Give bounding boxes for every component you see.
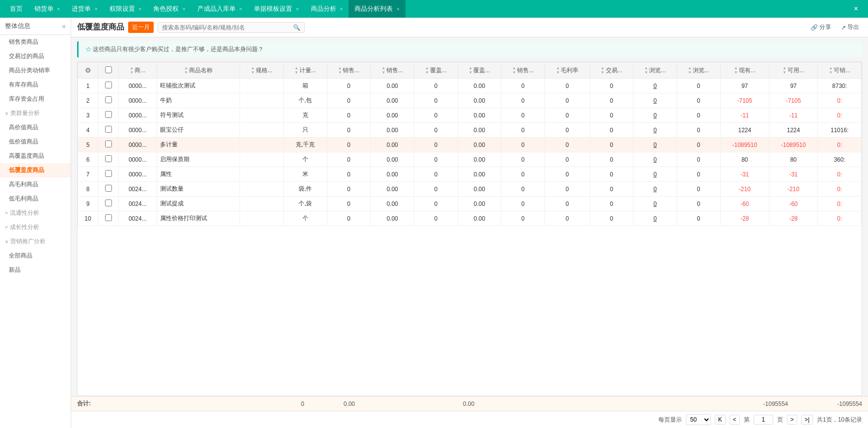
sort-arrows-icon[interactable]: ▲▼ xyxy=(184,66,188,75)
col-header-available_stock[interactable]: ▲▼可用... xyxy=(769,62,817,79)
first-page-btn[interactable]: K xyxy=(715,415,726,425)
sidebar-item-低毛利商品[interactable]: 低毛利商品 xyxy=(0,192,71,206)
nav-close-icon[interactable]: × xyxy=(238,6,242,12)
row-checkbox[interactable] xyxy=(105,200,112,206)
row-checkbox[interactable] xyxy=(105,82,112,88)
nav-close-icon[interactable]: × xyxy=(55,6,60,12)
sidebar-item-高价值商品[interactable]: 高价值商品 xyxy=(0,120,71,135)
export-btn[interactable]: ↗ 导出 xyxy=(838,22,862,33)
sort-arrows-icon[interactable]: ▲▼ xyxy=(556,66,560,75)
sort-arrows-icon[interactable]: ▲▼ xyxy=(381,66,385,75)
nav-close-icon[interactable]: × xyxy=(294,6,298,12)
share-btn[interactable]: 🔗 分享 xyxy=(808,22,834,33)
col-header-coverage2[interactable]: ▲▼覆盖... xyxy=(458,62,501,79)
col-header-browse2[interactable]: ▲▼浏览... xyxy=(677,62,721,79)
nav-item-商品分析[interactable]: 商品分析 × xyxy=(305,0,349,18)
row-checkbox[interactable] xyxy=(105,141,112,147)
browse-link[interactable]: 0 xyxy=(653,97,657,104)
sort-arrows-icon[interactable]: ▲▼ xyxy=(468,66,472,75)
settings-icon[interactable]: ⚙ xyxy=(85,66,91,74)
nav-close-icon[interactable]: × xyxy=(395,6,399,12)
col-header-sales_qty[interactable]: ▲▼销售... xyxy=(327,62,371,79)
row-checkbox[interactable] xyxy=(105,170,112,177)
sidebar-item-库存资金占用[interactable]: 库存资金占用 xyxy=(0,92,71,106)
sort-arrows-icon[interactable]: ▲▼ xyxy=(425,66,429,75)
nav-item-首页[interactable]: 首页 xyxy=(4,0,28,18)
col-header-current_stock[interactable]: ▲▼现有... xyxy=(720,62,769,79)
sidebar-item-销售类商品[interactable]: 销售类商品 xyxy=(0,35,71,49)
sidebar-group-流通性分析[interactable]: >流通性分析 xyxy=(0,206,71,220)
row-checkbox[interactable] xyxy=(105,96,112,103)
next-page-btn[interactable]: > xyxy=(787,415,797,425)
sort-arrows-icon[interactable]: ▲▼ xyxy=(512,66,516,75)
sort-arrows-icon[interactable]: ▲▼ xyxy=(688,66,692,75)
search-icon[interactable]: 🔍 xyxy=(293,24,300,31)
sort-arrows-icon[interactable]: ▲▼ xyxy=(601,66,605,75)
nav-item-权限设置[interactable]: 权限设置 × xyxy=(104,0,147,18)
col-header-gross_margin[interactable]: ▲▼毛利率 xyxy=(544,62,590,79)
sort-arrows-icon[interactable]: ▲▼ xyxy=(829,66,833,75)
browse-link[interactable]: 0 xyxy=(653,83,657,89)
browse-link[interactable]: 0 xyxy=(653,200,657,207)
browse-link[interactable]: 0 xyxy=(653,142,657,148)
search-input[interactable] xyxy=(162,24,291,31)
select-all-checkbox[interactable] xyxy=(105,66,112,73)
browse-link[interactable]: 0 xyxy=(653,215,657,222)
nav-item-商品分析列表[interactable]: 商品分析列表 × xyxy=(349,0,405,18)
sidebar-item-交易过的商品[interactable]: 交易过的商品 xyxy=(0,49,71,63)
browse-link[interactable]: 0 xyxy=(653,156,657,163)
nav-close-icon[interactable]: × xyxy=(338,6,343,12)
col-header-browse1[interactable]: ▲▼浏览... xyxy=(633,62,677,79)
nav-close-icon[interactable]: × xyxy=(93,6,97,12)
nav-item-单据模板设置[interactable]: 单据模板设置 × xyxy=(248,0,304,18)
nav-item-角色授权[interactable]: 角色授权 × xyxy=(147,0,191,18)
row-checkbox[interactable] xyxy=(105,155,112,162)
col-header-sales3[interactable]: ▲▼销售... xyxy=(501,62,545,79)
col-header-saleable[interactable]: ▲▼可销... xyxy=(818,62,862,79)
sidebar-group-类群量分析[interactable]: ∨类群量分析 xyxy=(0,106,71,120)
page-size-select[interactable]: 2050100200 xyxy=(686,414,711,425)
col-header-unit[interactable]: ▲▼计量... xyxy=(283,62,327,79)
last-page-btn[interactable]: >| xyxy=(801,415,813,425)
time-filter-btn[interactable]: 近一月 xyxy=(128,22,154,33)
sidebar-item-新品[interactable]: 新品 xyxy=(0,263,71,277)
sidebar-collapse-btn[interactable]: « xyxy=(62,22,66,30)
nav-item-进货单[interactable]: 进货单 × xyxy=(66,0,103,18)
row-checkbox[interactable] xyxy=(105,214,112,221)
sidebar-item-全部商品[interactable]: 全部商品 xyxy=(0,249,71,263)
sort-arrows-icon[interactable]: ▲▼ xyxy=(644,66,648,75)
browse-link[interactable]: 0 xyxy=(653,186,657,193)
sidebar-group-营销推广分析[interactable]: ∨营销推广分析 xyxy=(0,234,71,249)
sidebar-group-成长性分析[interactable]: >成长性分析 xyxy=(0,220,71,234)
sort-arrows-icon[interactable]: ▲▼ xyxy=(295,66,298,75)
col-header-coverage1[interactable]: ▲▼覆盖... xyxy=(414,62,458,79)
sort-arrows-icon[interactable]: ▲▼ xyxy=(338,66,342,75)
page-input[interactable] xyxy=(754,415,773,425)
browse-link[interactable]: 0 xyxy=(653,127,657,134)
sort-arrows-icon[interactable]: ▲▼ xyxy=(783,66,787,75)
nav-item-销货单[interactable]: 销货单 × xyxy=(28,0,66,18)
window-close-btn[interactable]: × xyxy=(848,4,864,13)
sort-arrows-icon[interactable]: ▲▼ xyxy=(734,66,738,75)
browse-link[interactable]: 0 xyxy=(653,171,657,178)
col-header-sales_amount[interactable]: ▲▼销售... xyxy=(371,62,414,79)
sidebar-item-低价值商品[interactable]: 低价值商品 xyxy=(0,135,71,149)
row-checkbox[interactable] xyxy=(105,185,112,192)
col-header-name[interactable]: ▲▼商品名称 xyxy=(157,62,240,79)
col-header-transaction[interactable]: ▲▼交易... xyxy=(590,62,633,79)
row-checkbox[interactable] xyxy=(105,111,112,118)
row-checkbox[interactable] xyxy=(105,126,112,133)
sidebar-item-低覆盖度商品[interactable]: 低覆盖度商品 xyxy=(0,163,71,177)
sidebar-item-有库存商品[interactable]: 有库存商品 xyxy=(0,78,71,92)
nav-close-icon[interactable]: × xyxy=(181,6,185,12)
sort-arrows-icon[interactable]: ▲▼ xyxy=(130,66,134,75)
nav-item-产成品入库单[interactable]: 产成品入库单 × xyxy=(191,0,248,18)
nav-close-icon[interactable]: × xyxy=(137,6,141,12)
col-header-code[interactable]: ▲▼商... xyxy=(119,62,157,79)
sort-arrows-icon[interactable]: ▲▼ xyxy=(251,66,255,75)
sidebar-item-商品分类动销率[interactable]: 商品分类动销率 xyxy=(0,63,71,78)
browse-link[interactable]: 0 xyxy=(653,112,657,119)
sidebar-item-高覆盖度商品[interactable]: 高覆盖度商品 xyxy=(0,149,71,163)
sidebar-item-高毛利商品[interactable]: 高毛利商品 xyxy=(0,177,71,192)
col-header-spec[interactable]: ▲▼规格... xyxy=(240,62,284,79)
